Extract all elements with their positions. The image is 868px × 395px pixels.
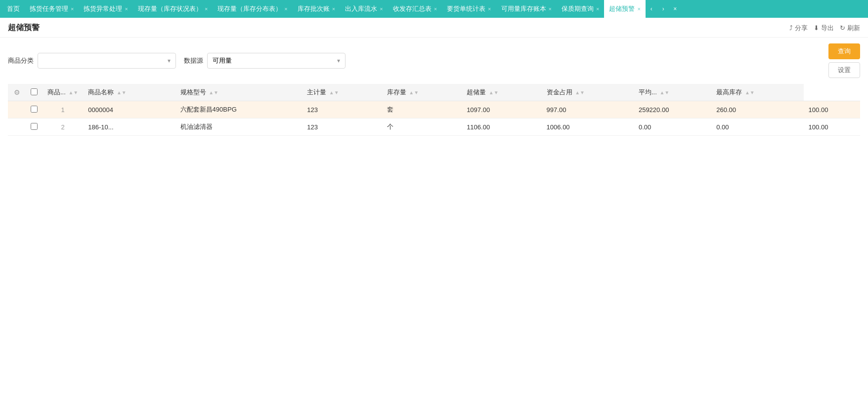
- sort-stock-icon: ▲▼: [409, 90, 419, 95]
- select-all-checkbox[interactable]: [31, 88, 38, 95]
- close-overstock[interactable]: ×: [637, 6, 640, 12]
- close-inout-flow[interactable]: ×: [380, 6, 383, 12]
- nav-bar: 首页 拣货任务管理 × 拣货异常处理 × 现存量（库存状况表） × 现存量（库存…: [0, 0, 868, 18]
- datasource-chevron-icon: ▾: [337, 57, 340, 64]
- row-unit-0: 套: [382, 101, 462, 118]
- overstock-table: ⚙ 商品... ▲▼ 商品名称 ▲▼ 规格型号 ▲▼ 主计: [8, 84, 860, 136]
- close-summary[interactable]: ×: [434, 6, 437, 12]
- nav-demand-stats[interactable]: 要货单统计表 ×: [442, 0, 496, 18]
- row-maxstock-1: 100.00: [804, 118, 860, 136]
- row-select-1[interactable]: [31, 123, 38, 130]
- row-name-1: 机油滤清器: [175, 118, 303, 136]
- category-select[interactable]: ▾: [38, 53, 176, 69]
- datasource-select[interactable]: 可用量 ▾: [207, 53, 346, 69]
- row-code-0: 0000004: [83, 101, 175, 118]
- row-select-0[interactable]: [31, 106, 38, 113]
- table-body: 1 0000004 六配套新昌490BPG 123 套 1097.00 997.…: [8, 101, 860, 136]
- row-settings-0: [8, 101, 26, 118]
- row-avg-1: 0.00: [711, 118, 803, 136]
- row-overstock-0: 997.00: [542, 101, 634, 118]
- row-code-1: 186-10...: [83, 118, 175, 136]
- datasource-value: 可用量: [213, 56, 232, 65]
- table-container: ⚙ 商品... ▲▼ 商品名称 ▲▼ 规格型号 ▲▼ 主计: [0, 84, 868, 136]
- nav-home[interactable]: 首页: [2, 0, 25, 18]
- header-actions: ⤴ 分享 ⬇ 导出 ↻ 刷新: [789, 24, 860, 33]
- page-title: 超储预警: [8, 23, 40, 33]
- col-maxstock-header[interactable]: 最高库存 ▲▼: [711, 84, 803, 101]
- sort-overstock-icon: ▲▼: [489, 90, 499, 95]
- nav-inout-flow[interactable]: 出入库流水 ×: [340, 0, 388, 18]
- close-stock-dist[interactable]: ×: [284, 6, 287, 12]
- row-name-0: 六配套新昌490BPG: [175, 101, 303, 118]
- row-checkbox-0: [26, 101, 43, 118]
- col-spec-header[interactable]: 规格型号 ▲▼: [175, 84, 303, 101]
- category-label: 商品分类: [8, 56, 34, 65]
- row-capital-0: 259220.00: [634, 101, 711, 118]
- sort-spec-icon: ▲▼: [209, 90, 218, 95]
- row-spec-0: 123: [302, 101, 382, 118]
- close-stock-status[interactable]: ×: [205, 6, 208, 12]
- col-avg-header[interactable]: 平均... ▲▼: [634, 84, 711, 101]
- refresh-icon: ↻: [840, 24, 845, 32]
- sort-maxstock-icon: ▲▼: [745, 90, 755, 95]
- page-header: 超储预警 ⤴ 分享 ⬇ 导出 ↻ 刷新: [0, 18, 868, 38]
- table-settings-icon[interactable]: ⚙: [14, 88, 20, 96]
- export-button[interactable]: ⬇ 导出: [814, 24, 834, 33]
- col-capital-header[interactable]: 资金占用 ▲▼: [542, 84, 634, 101]
- nav-batch-account[interactable]: 库存批次账 ×: [293, 0, 340, 18]
- row-num-0: 1: [43, 101, 83, 118]
- row-avg-0: 260.00: [711, 101, 803, 118]
- settings-button[interactable]: 设置: [828, 62, 860, 78]
- export-icon: ⬇: [814, 24, 819, 32]
- row-unit-1: 个: [382, 118, 462, 136]
- sort-code-icon: ▲▼: [68, 90, 78, 95]
- col-name-header[interactable]: 商品名称 ▲▼: [83, 84, 175, 101]
- nav-stock-status[interactable]: 现存量（库存状况表） ×: [133, 0, 213, 18]
- row-num-1: 2: [43, 118, 83, 136]
- row-checkbox-1: [26, 118, 43, 136]
- col-code-header[interactable]: 商品... ▲▼: [43, 84, 83, 101]
- col-overstock-header[interactable]: 超储量 ▲▼: [462, 84, 541, 101]
- filter-bar: 商品分类 ▾ 数据源 可用量 ▾ 查询 设置: [0, 38, 868, 84]
- nav-overstock[interactable]: 超储预警 ×: [604, 0, 645, 18]
- nav-prev-arrow[interactable]: ‹: [646, 0, 657, 18]
- row-stock-0: 1097.00: [462, 101, 541, 118]
- category-filter-group: 商品分类 ▾: [8, 53, 176, 69]
- sort-unit-icon: ▲▼: [329, 90, 339, 95]
- col-stock-header[interactable]: 库存量 ▲▼: [382, 84, 462, 101]
- refresh-button[interactable]: ↻ 刷新: [840, 24, 860, 33]
- row-maxstock-0: 100.00: [804, 101, 860, 118]
- nav-pick-exception[interactable]: 拣货异常处理 ×: [79, 0, 132, 18]
- datasource-filter-group: 数据源 可用量 ▾: [184, 53, 346, 69]
- col-settings: ⚙: [8, 84, 26, 101]
- share-icon: ⤴: [789, 24, 793, 32]
- query-button[interactable]: 查询: [828, 43, 860, 59]
- share-button[interactable]: ⤴ 分享: [789, 24, 808, 33]
- category-chevron-icon: ▾: [168, 57, 171, 64]
- close-available-stock[interactable]: ×: [549, 6, 552, 12]
- close-batch-account[interactable]: ×: [332, 6, 335, 12]
- sort-capital-icon: ▲▼: [575, 90, 585, 95]
- col-unit-header[interactable]: 主计量 ▲▼: [302, 84, 382, 101]
- nav-available-stock[interactable]: 可用量库存账本 ×: [496, 0, 557, 18]
- col-checkbox: [26, 84, 43, 101]
- datasource-label: 数据源: [184, 56, 203, 65]
- nav-summary[interactable]: 收发存汇总表 ×: [388, 0, 442, 18]
- close-demand-stats[interactable]: ×: [488, 6, 491, 12]
- row-overstock-1: 1006.00: [542, 118, 634, 136]
- nav-stock-dist[interactable]: 现存量（库存分布表） ×: [213, 0, 292, 18]
- nav-next-arrow[interactable]: ›: [657, 0, 669, 18]
- row-capital-1: 0.00: [634, 118, 711, 136]
- table-header-row: ⚙ 商品... ▲▼ 商品名称 ▲▼ 规格型号 ▲▼ 主计: [8, 84, 860, 101]
- table-row: 2 186-10... 机油滤清器 123 个 1106.00 1006.00 …: [8, 118, 860, 136]
- sort-name-icon: ▲▼: [117, 90, 127, 95]
- row-settings-1: [8, 118, 26, 136]
- nav-close-all[interactable]: ×: [669, 0, 681, 18]
- table-row: 1 0000004 六配套新昌490BPG 123 套 1097.00 997.…: [8, 101, 860, 118]
- nav-pick-task[interactable]: 拣货任务管理 ×: [25, 0, 79, 18]
- close-shelf-life[interactable]: ×: [596, 6, 599, 12]
- nav-shelf-life[interactable]: 保质期查询 ×: [557, 0, 604, 18]
- close-pick-exception[interactable]: ×: [125, 6, 128, 12]
- close-pick-task[interactable]: ×: [71, 6, 74, 12]
- row-stock-1: 1106.00: [462, 118, 541, 136]
